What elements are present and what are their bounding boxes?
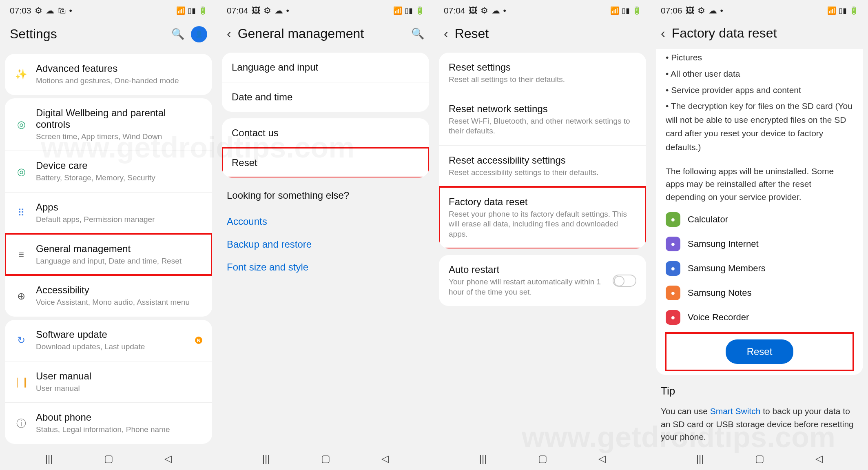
app-list-item: ●Calculator: [656, 207, 863, 232]
settings-row[interactable]: ↻ Software update Download updates, Last…: [5, 320, 212, 361]
row-title: Contact us: [232, 127, 419, 139]
status-bar: 07:03 ⚙ ☁ 🛍 • 📶 ▯▮ 🔋: [0, 0, 217, 21]
app-list-item: ●Voice Recorder: [656, 305, 863, 330]
settings-row[interactable]: ◎ Digital Wellbeing and parental control…: [5, 98, 212, 151]
recents-icon[interactable]: |||: [696, 453, 704, 464]
gear-icon: ⚙: [698, 6, 705, 16]
bullet-item: • Pictures: [666, 51, 853, 64]
about-phone-icon: ⓘ: [15, 417, 28, 430]
advanced-features-icon: ✨: [15, 68, 28, 81]
header: Settings 🔍 👤: [0, 21, 217, 51]
menu-row[interactable]: Reset network settingsReset Wi-Fi, Bluet…: [439, 94, 646, 145]
auto-restart-row[interactable]: Auto restart Your phone will restart aut…: [439, 255, 646, 306]
app-icon: ●: [666, 261, 680, 276]
row-title: General management: [36, 243, 202, 255]
status-bar: 07:04 🖼 ⚙ ☁ • 📶 ▯▮ 🔋: [434, 0, 651, 21]
status-bar: 07:04 🖼 ⚙ ☁ • 📶 ▯▮ 🔋: [217, 0, 434, 21]
suggestion-link[interactable]: Accounts: [217, 210, 434, 233]
reset-button-highlight: Reset: [666, 333, 853, 370]
menu-row[interactable]: Reset settingsReset all settings to thei…: [439, 53, 646, 94]
signal-icon: ▯▮: [622, 6, 630, 15]
app-name: Samsung Members: [688, 263, 766, 274]
software-update-icon: ↻: [15, 334, 28, 347]
search-icon[interactable]: 🔍: [411, 27, 424, 40]
suggestion-link[interactable]: Font size and style: [217, 256, 434, 279]
back-icon[interactable]: ◁: [598, 453, 606, 464]
gear-icon: ⚙: [35, 6, 42, 16]
row-title: Reset: [232, 157, 419, 168]
settings-row[interactable]: ◎ Device care Battery, Storage, Memory, …: [5, 151, 212, 192]
search-icon[interactable]: 🔍: [171, 28, 184, 40]
app-icon: ●: [666, 286, 680, 300]
battery-icon: 🔋: [415, 6, 424, 15]
settings-row[interactable]: ≡ General management Language and input,…: [5, 234, 212, 275]
settings-row[interactable]: ❘❙ User manual User manual: [5, 361, 212, 403]
battery-icon: 🔋: [849, 6, 858, 15]
menu-row[interactable]: Factory data resetReset your phone to it…: [439, 187, 646, 248]
home-icon[interactable]: ▢: [321, 453, 330, 464]
more-icon: •: [720, 6, 723, 16]
nav-bar: ||| ▢ ◁: [217, 447, 434, 470]
row-title: Factory data reset: [449, 196, 636, 208]
recents-icon[interactable]: |||: [262, 453, 270, 464]
back-button[interactable]: ‹: [444, 26, 448, 41]
home-icon[interactable]: ▢: [104, 453, 113, 464]
row-title: Date and time: [232, 91, 419, 103]
row-title: Auto restart: [449, 264, 604, 275]
signal-icon: ▯▮: [188, 6, 196, 15]
suggestion-link[interactable]: Backup and restore: [217, 233, 434, 256]
back-button[interactable]: ‹: [227, 26, 231, 41]
row-title: Accessibility: [36, 284, 202, 296]
row-sub: Your phone will restart automatically wi…: [449, 277, 604, 297]
header: ‹ Factory data reset: [651, 21, 868, 49]
nav-bar: ||| ▢ ◁: [434, 447, 651, 470]
row-sub: Reset Wi-Fi, Bluetooth, and other networ…: [449, 116, 636, 136]
auto-restart-toggle[interactable]: [613, 275, 636, 287]
reset-button[interactable]: Reset: [726, 339, 794, 364]
accessibility-icon: ⊕: [15, 290, 28, 303]
menu-row[interactable]: Date and time: [222, 82, 429, 112]
back-icon[interactable]: ◁: [815, 453, 823, 464]
update-badge: N: [195, 337, 202, 344]
app-list-item: ●Samsung Notes: [656, 281, 863, 305]
row-sub: Language and input, Date and time, Reset: [36, 256, 202, 266]
factory-reset-screen: 07:06 🖼 ⚙ ☁ • 📶 ▯▮ 🔋 ‹ Factory data rese…: [651, 0, 868, 470]
apps-icon: ⠿: [15, 206, 28, 219]
avatar[interactable]: 👤: [191, 26, 207, 42]
signal-icon: ▯▮: [839, 6, 847, 15]
image-icon: 🖼: [469, 6, 477, 16]
row-sub: Reset all settings to their defaults.: [449, 75, 636, 85]
menu-row[interactable]: Reset accessibility settingsReset access…: [439, 145, 646, 187]
settings-row[interactable]: ⊕ Accessibility Voice Assistant, Mono au…: [5, 275, 212, 317]
cloud-icon: ☁: [492, 6, 500, 16]
menu-row[interactable]: Reset: [222, 148, 429, 177]
app-list-item: ●Samsung Internet: [656, 232, 863, 256]
back-icon[interactable]: ◁: [381, 453, 389, 464]
row-title: Digital Wellbeing and parental controls: [36, 107, 202, 130]
app-name: Samsung Notes: [688, 288, 752, 298]
bullet-item: • All other user data: [666, 67, 853, 81]
gear-icon: ⚙: [480, 6, 488, 16]
settings-row[interactable]: ✨ Advanced features Motions and gestures…: [5, 54, 212, 95]
home-icon[interactable]: ▢: [755, 453, 764, 464]
clock: 07:03: [10, 6, 31, 16]
settings-row[interactable]: ⠿ Apps Default apps, Permission manager: [5, 192, 212, 234]
cloud-icon: ☁: [275, 6, 283, 16]
back-icon[interactable]: ◁: [164, 453, 172, 464]
settings-row[interactable]: ⓘ About phone Status, Legal information,…: [5, 402, 212, 444]
battery-icon: 🔋: [198, 6, 207, 15]
user-manual-icon: ❘❙: [15, 375, 28, 388]
recents-icon[interactable]: |||: [45, 453, 53, 464]
menu-row[interactable]: Language and input: [222, 53, 429, 82]
device-care-icon: ◎: [15, 165, 28, 178]
cloud-icon: ☁: [709, 6, 717, 16]
home-icon[interactable]: ▢: [538, 453, 547, 464]
smart-switch-link[interactable]: Smart Switch: [710, 406, 761, 416]
row-title: Device care: [36, 160, 202, 171]
recents-icon[interactable]: |||: [479, 453, 487, 464]
row-title: Language and input: [232, 62, 419, 73]
general-management-icon: ≡: [15, 248, 28, 261]
menu-row[interactable]: Contact us: [222, 118, 429, 148]
back-button[interactable]: ‹: [661, 26, 665, 41]
wifi-icon: 📶: [827, 6, 836, 15]
